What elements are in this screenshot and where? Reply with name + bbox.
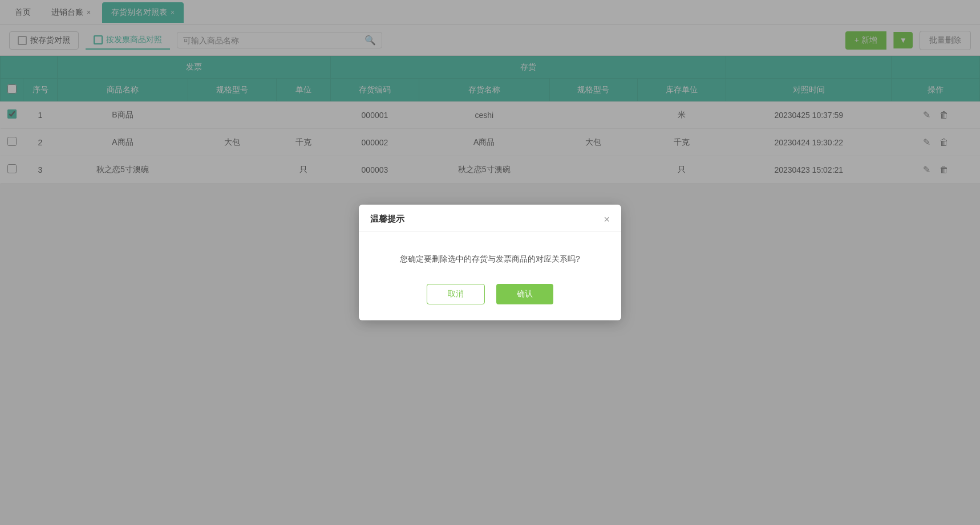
modal-overlay: 温馨提示 × 您确定要删除选中的存货与发票商品的对应关系吗? 取消 确认 — [0, 0, 980, 184]
